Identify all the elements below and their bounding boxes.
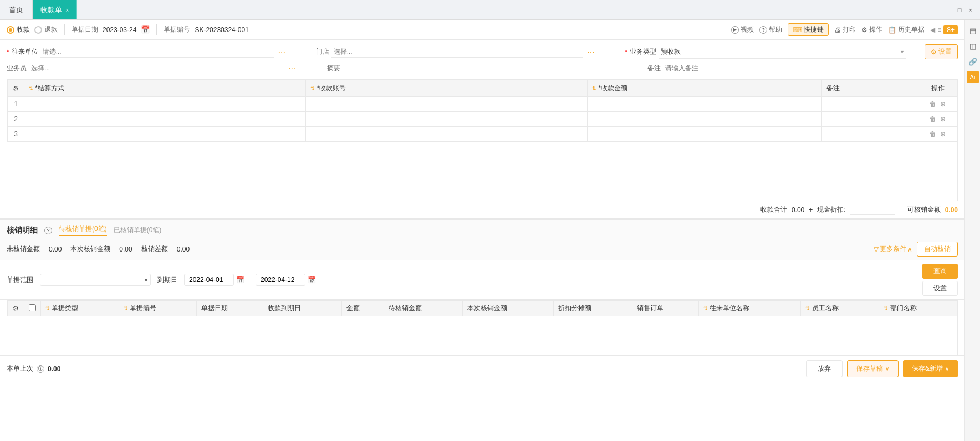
salesperson-more[interactable]: ···: [286, 64, 298, 74]
summary-label: 摘要: [327, 64, 340, 73]
main-table-wrap: ⚙ ⇅ *结算方式 ⇅ *收款账号 ⇅ *收款金额 备注: [7, 79, 958, 201]
current-reconcile-label: 本次核销金额: [70, 244, 110, 254]
cell-note-2[interactable]: [822, 112, 918, 127]
counterpart-more[interactable]: ···: [276, 47, 288, 57]
diff-label: 核销差额: [141, 244, 168, 254]
total-label: 收款合计: [760, 205, 787, 214]
carry-forward-label: 本单上次: [7, 364, 33, 373]
note-input[interactable]: [663, 63, 938, 74]
col-gear[interactable]: ⚙: [8, 80, 24, 97]
calendar-icon-to[interactable]: 📅: [308, 276, 316, 284]
bottom-footer: 本单上次 ⓘ 0.00 放弃 保存草稿 ∨ 保存&新增 ∨: [0, 355, 964, 382]
diff-value: 0.00: [177, 245, 190, 253]
cell-note-1[interactable]: [822, 97, 918, 112]
shop-input[interactable]: [331, 46, 583, 58]
sidebar-ai-button[interactable]: Ai: [967, 71, 979, 83]
pending-tab[interactable]: 待核销单据(0笔): [59, 224, 107, 236]
radio-receipt[interactable]: 收款: [7, 25, 30, 34]
btcol-department: ⇅ 部门名称: [879, 301, 957, 316]
save-draft-button[interactable]: 保存草稿 ∨: [847, 360, 899, 377]
date-from-input[interactable]: [184, 274, 234, 286]
cell-settlement-1[interactable]: [24, 97, 306, 112]
row-delete-1[interactable]: 🗑: [930, 100, 936, 108]
cell-settlement-2[interactable]: [24, 112, 306, 127]
number-value: SK-20230324-001: [195, 26, 248, 34]
shortcut-btn[interactable]: ⌨ 快捷键: [788, 23, 829, 36]
cell-note-3[interactable]: [822, 127, 918, 142]
cell-account-3[interactable]: [306, 127, 588, 142]
help-btn[interactable]: ? 帮助: [759, 25, 782, 34]
salesperson-input[interactable]: [29, 63, 284, 74]
shop-more[interactable]: ···: [585, 47, 596, 57]
discount-input[interactable]: [850, 204, 895, 215]
radio-refund[interactable]: 退款: [34, 25, 58, 34]
row-copy-3[interactable]: ⊕: [940, 130, 946, 138]
cell-amount-2[interactable]: [588, 112, 822, 127]
sidebar-icon-list[interactable]: ◫: [967, 40, 979, 52]
more-conditions-btn[interactable]: ▽ 更多条件 ∧: [874, 244, 912, 254]
reconciliation-section: 核销明细 ? 待核销单据(0笔) 已核销单据(0笔): [0, 219, 964, 238]
col-amount: ⇅ *收款金额: [588, 80, 822, 97]
cell-settlement-3[interactable]: [24, 127, 306, 142]
range-label: 单据范围: [7, 275, 33, 285]
calendar-icon-from[interactable]: 📅: [236, 276, 244, 284]
counterpart-input[interactable]: [40, 46, 274, 58]
total-value: 0.00: [792, 206, 804, 214]
operation-btn[interactable]: ⚙ 操作: [861, 25, 882, 34]
sidebar-icon-table[interactable]: ▤: [967, 24, 979, 37]
tab-receipt[interactable]: 收款单 ×: [33, 0, 77, 19]
btcol-date: 单据日期: [197, 301, 263, 316]
tab-home[interactable]: 首页: [0, 0, 33, 19]
discard-button[interactable]: 放弃: [806, 360, 843, 377]
available-label: 可核销金额: [907, 205, 941, 214]
cell-amount-3[interactable]: [588, 127, 822, 142]
window-close[interactable]: ×: [967, 6, 974, 14]
available-value: 0.00: [945, 206, 958, 214]
row-copy-2[interactable]: ⊕: [940, 115, 946, 123]
history-btn[interactable]: 📋 历史单据: [888, 25, 925, 34]
calendar-icon[interactable]: 📅: [141, 25, 150, 34]
print-btn[interactable]: 🖨 打印: [834, 25, 856, 34]
save-new-arrow[interactable]: ∨: [945, 366, 949, 372]
search-form-row: 单据范围 ▾ 到期日 📅 — 📅 查询 设置: [0, 260, 964, 300]
form-area: * 往来单位 ··· 门店 ··· * 业务类型 预收款 ▾: [0, 40, 964, 79]
row-delete-2[interactable]: 🗑: [930, 115, 936, 123]
btcol-number: ⇅ 单据编号: [119, 301, 197, 316]
nav-prev[interactable]: ◀: [930, 26, 935, 34]
row-copy-1[interactable]: ⊕: [940, 100, 946, 108]
btcol-gear[interactable]: ⚙: [8, 301, 24, 316]
cell-account-1[interactable]: [306, 97, 588, 112]
window-maximize[interactable]: □: [956, 6, 963, 14]
summary-row: 收款合计 0.00 + 现金折扣: = 可核销金额 0.00: [0, 201, 964, 219]
row-delete-3[interactable]: 🗑: [930, 130, 936, 138]
business-type-label: 业务类型: [630, 47, 656, 57]
toolbar: 收款 退款 单据日期 2023-03-24 📅 单据编号 SK-20230324…: [0, 20, 964, 40]
auto-offset-btn[interactable]: 自动核销: [917, 242, 958, 257]
current-reconcile-value: 0.00: [119, 245, 132, 253]
completed-tab[interactable]: 已核销单据(0笔): [114, 225, 162, 235]
save-new-button[interactable]: 保存&新增 ∨: [903, 360, 958, 377]
btcol-due: 收款到期日: [263, 301, 342, 316]
btcol-checkbox[interactable]: [24, 301, 41, 316]
settings-button[interactable]: ⚙设置: [925, 44, 958, 59]
nav-list[interactable]: ≡: [937, 26, 941, 34]
cell-amount-1[interactable]: [588, 97, 822, 112]
due-date-label: 到期日: [157, 275, 177, 285]
range-select[interactable]: [40, 274, 151, 286]
video-btn[interactable]: ▶ 视频: [731, 25, 754, 34]
col-note: 备注: [822, 80, 918, 97]
save-draft-arrow[interactable]: ∨: [885, 366, 889, 372]
business-type-dropdown[interactable]: ▾: [901, 49, 904, 55]
window-minimize[interactable]: —: [945, 6, 952, 14]
date-to-input[interactable]: [256, 274, 305, 286]
query-button[interactable]: 查询: [922, 264, 958, 279]
salesperson-label: 业务员: [7, 64, 27, 73]
cell-account-2[interactable]: [306, 112, 588, 127]
sidebar-icon-link[interactable]: 🔗: [967, 55, 979, 68]
nav-next[interactable]: 8+: [943, 25, 958, 34]
btcol-pending: 待核销金额: [384, 301, 462, 316]
tab-receipt-close[interactable]: ×: [65, 7, 69, 13]
settings-btn2[interactable]: 设置: [922, 281, 958, 296]
select-all-checkbox[interactable]: [29, 304, 36, 311]
btcol-employee: ⇅ 员工名称: [801, 301, 879, 316]
